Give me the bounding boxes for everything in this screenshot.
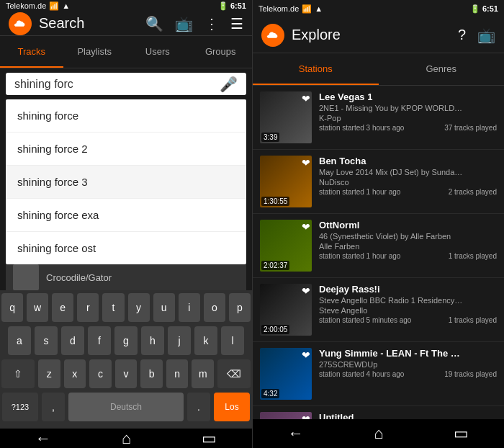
station-name-5: Untitled xyxy=(319,412,463,419)
menu-icon-left[interactable]: ☰ xyxy=(230,15,243,32)
key-symbols[interactable]: ?123 xyxy=(2,393,38,421)
kb-row-3: ⇧ z x c v b n m ⌫ xyxy=(1,359,251,388)
station-2[interactable]: 2:02:37 ❤ OttNorml 46 (Synesthetic Viole… xyxy=(253,214,504,278)
station-info-3: Deejay Rass!i Steve Angello BBC Radio 1 … xyxy=(319,284,497,324)
station-5[interactable]: ❤ Untitled by M o f 1 n a xyxy=(253,406,504,419)
key-v[interactable]: v xyxy=(115,359,138,388)
help-icon-right[interactable]: ? xyxy=(458,27,466,43)
key-a[interactable]: a xyxy=(8,326,31,355)
station-tracks-0: 37 tracks played xyxy=(444,124,497,132)
wifi-icon-right: ▲ xyxy=(315,4,323,13)
key-q[interactable]: q xyxy=(1,293,23,322)
search-input[interactable] xyxy=(14,78,214,91)
top-bar-left: Search 🔍 📺 ⋮ ☰ xyxy=(0,12,252,36)
key-y[interactable]: y xyxy=(128,293,150,322)
key-u[interactable]: u xyxy=(153,293,175,322)
cast-icon-left[interactable]: 📺 xyxy=(175,15,193,32)
tab-groups[interactable]: Groups xyxy=(189,36,253,68)
kb-row-1: q w e r t y u i o p xyxy=(1,293,251,322)
suggestion-3[interactable]: shining force exa xyxy=(6,199,246,232)
station-name-3: Deejay Rass!i xyxy=(319,284,463,295)
station-duration-1: 1:30:55 xyxy=(261,197,289,206)
suggestion-2[interactable]: shining force 3 xyxy=(6,166,246,199)
station-meta-0: station started 3 hours ago 37 tracks pl… xyxy=(319,124,497,132)
key-k[interactable]: k xyxy=(194,326,217,355)
more-icon-left[interactable]: ⋮ xyxy=(204,15,219,32)
key-s[interactable]: s xyxy=(35,326,58,355)
station-started-4: station started 4 hours ago xyxy=(319,370,404,378)
key-e[interactable]: e xyxy=(52,293,73,322)
station-thumb-0: 3:39 ❤ xyxy=(260,91,312,143)
station-thumb-1: 1:30:55 ❤ xyxy=(260,156,312,207)
cast-icon-right[interactable]: 📺 xyxy=(477,27,495,44)
tab-users[interactable]: Users xyxy=(126,36,189,68)
stations-list: 3:39 ❤ Lee Vegas 1 2NE1 - Missing You by… xyxy=(253,86,504,419)
station-fav-2: ❤ xyxy=(302,221,310,233)
back-icon-right[interactable]: ← xyxy=(288,424,304,443)
station-tracks-3: 1 tracks played xyxy=(449,316,497,324)
carrier-right: Telekom.de xyxy=(258,4,299,13)
kb-row-4: ?123 , Deutsch . Los xyxy=(1,393,251,421)
station-4[interactable]: 4:32 ❤ Yung Simmie - LEAN - Ft The Plug.… xyxy=(253,342,504,406)
key-period[interactable]: . xyxy=(187,393,210,421)
tab-genres[interactable]: Genres xyxy=(379,53,505,85)
station-genre-1: NuDisco xyxy=(319,178,497,187)
recents-icon-left[interactable]: ▭ xyxy=(202,429,217,448)
home-icon-right[interactable]: ⌂ xyxy=(374,424,383,443)
key-enter[interactable]: Los xyxy=(214,393,250,421)
key-n[interactable]: n xyxy=(166,359,189,388)
key-h[interactable]: h xyxy=(141,326,164,355)
key-w[interactable]: w xyxy=(27,293,48,322)
station-0[interactable]: 3:39 ❤ Lee Vegas 1 2NE1 - Missing You by… xyxy=(253,86,504,150)
tab-stations[interactable]: Stations xyxy=(253,53,379,85)
tab-tracks[interactable]: Tracks xyxy=(0,36,63,68)
station-thumb-5: ❤ xyxy=(260,412,312,419)
key-b[interactable]: b xyxy=(140,359,163,388)
key-l[interactable]: l xyxy=(221,326,244,355)
keyboard: q w e r t y u i o p a s d f g h j k l ⇧ … xyxy=(0,290,252,429)
key-g[interactable]: g xyxy=(114,326,138,355)
key-comma[interactable]: , xyxy=(42,393,65,421)
soundcloud-icon xyxy=(14,17,27,30)
station-meta-4: station started 4 hours ago 19 tracks pl… xyxy=(319,370,497,378)
suggestion-0[interactable]: shining force xyxy=(6,99,246,133)
key-d[interactable]: d xyxy=(61,326,84,355)
key-j[interactable]: j xyxy=(168,326,191,355)
key-z[interactable]: z xyxy=(38,359,60,388)
key-x[interactable]: x xyxy=(64,359,86,388)
partial-text: Crocodile/Gator xyxy=(46,272,112,283)
nav-bar-right: ← ⌂ ▭ xyxy=(253,419,504,448)
back-icon-left[interactable]: ← xyxy=(35,429,51,448)
station-fav-3: ❤ xyxy=(302,285,310,297)
search-icon-left[interactable]: 🔍 xyxy=(145,15,163,32)
station-duration-0: 3:39 xyxy=(261,133,279,142)
station-duration-3: 2:00:05 xyxy=(261,325,289,334)
kb-row-2: a s d f g h j k l xyxy=(1,326,251,355)
key-o[interactable]: o xyxy=(204,293,225,322)
mic-icon[interactable]: 🎤 xyxy=(220,76,238,93)
suggestion-4[interactable]: shining force ost xyxy=(6,232,246,264)
key-space[interactable]: Deutsch xyxy=(68,393,184,421)
key-backspace[interactable]: ⌫ xyxy=(217,359,251,388)
station-3[interactable]: 2:00:05 ❤ Deejay Rass!i Steve Angello BB… xyxy=(253,278,504,342)
search-bar[interactable]: 🎤 xyxy=(6,73,246,95)
station-track-0: 2NE1 - Missing You by KPOP WORLD™14th xyxy=(319,104,463,112)
tab-playlists[interactable]: Playlists xyxy=(63,36,127,68)
recents-icon-right[interactable]: ▭ xyxy=(454,424,469,443)
station-1[interactable]: 1:30:55 ❤ Ben Tocha May Love 2014 Mix (D… xyxy=(253,150,504,214)
battery-icon-right: 🔋 xyxy=(470,4,480,14)
key-r[interactable]: r xyxy=(77,293,99,322)
key-c[interactable]: c xyxy=(89,359,112,388)
station-name-1: Ben Tocha xyxy=(319,156,463,166)
suggestion-1[interactable]: shining force 2 xyxy=(6,133,246,166)
station-started-1: station started 1 hour ago xyxy=(319,188,400,196)
home-icon-left[interactable]: ⌂ xyxy=(122,429,131,448)
key-t[interactable]: t xyxy=(102,293,124,322)
key-shift[interactable]: ⇧ xyxy=(1,359,35,388)
key-m[interactable]: m xyxy=(192,359,214,388)
key-p[interactable]: p xyxy=(229,293,251,322)
key-f[interactable]: f xyxy=(88,326,111,355)
station-genre-0: K-Pop xyxy=(319,114,497,122)
key-i[interactable]: i xyxy=(179,293,200,322)
station-duration-2: 2:02:37 xyxy=(261,261,289,270)
